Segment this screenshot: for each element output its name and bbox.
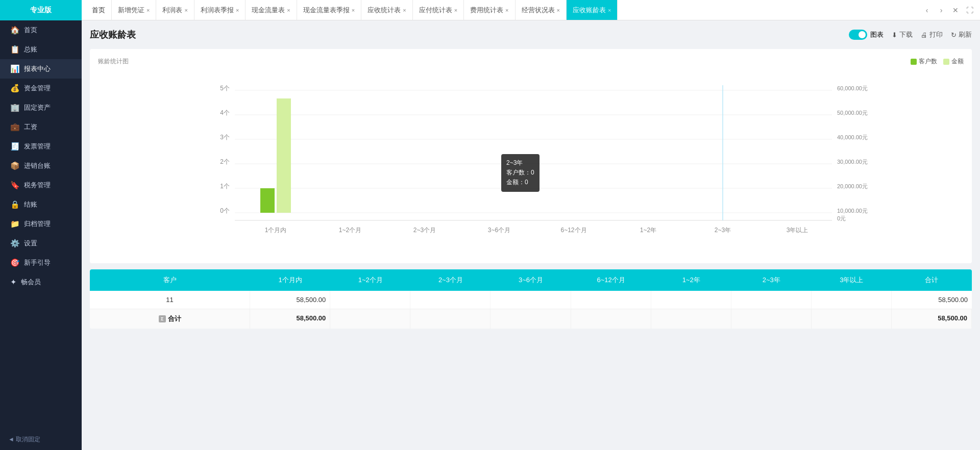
col-m3: 2~3个月 (410, 269, 491, 291)
tab-close-aging[interactable]: × (608, 7, 611, 13)
svg-text:0元: 0元 (837, 215, 846, 221)
sidebar-item-tax[interactable]: 🔖 税务管理 (0, 176, 82, 195)
row-m2 (330, 291, 410, 309)
sidebar-item-ledger[interactable]: 📋 总账 (0, 40, 82, 59)
svg-text:2~3年: 2~3年 (715, 227, 731, 234)
sidebar-item-reports[interactable]: 📊 报表中心 (0, 59, 82, 79)
tab-close-receivable-stat[interactable]: × (403, 7, 406, 13)
row-m6 (651, 291, 731, 309)
svg-text:30,000.00元: 30,000.00元 (837, 159, 868, 165)
svg-text:50,000.00元: 50,000.00元 (837, 110, 868, 116)
tab-profit-quarter[interactable]: 利润表季报 × (194, 0, 246, 20)
row-customer: 11 (90, 291, 250, 309)
chart-svg-wrapper: 5个 4个 3个 2个 1个 0个 60,000.00元 50,000.00元 … (98, 70, 964, 255)
tab-close-all[interactable]: ✕ (949, 4, 962, 16)
sidebar-item-member[interactable]: ✦ 畅会员 (0, 272, 82, 292)
sidebar-item-home[interactable]: 🏠 首页 (0, 20, 82, 40)
total-m2 (330, 309, 410, 329)
row-m1: 58,500.00 (250, 291, 330, 309)
legend-customer-dot (911, 59, 917, 65)
tab-close-voucher[interactable]: × (146, 7, 150, 13)
svg-text:60,000.00元: 60,000.00元 (837, 85, 868, 91)
print-btn[interactable]: 🖨 打印 (921, 30, 943, 39)
total-grand: 58,500.00 (892, 309, 972, 329)
tab-home[interactable]: 首页 (86, 0, 112, 20)
assets-icon: 🏢 (10, 103, 20, 112)
sidebar-item-invoice[interactable]: 🧾 发票管理 (0, 137, 82, 156)
total-m6 (651, 309, 731, 329)
tab-close-expense-stat[interactable]: × (505, 7, 508, 13)
sidebar-item-archive[interactable]: 📁 归档管理 (0, 214, 82, 234)
table-header: 客户 1个月内 1~2个月 2~3个月 3~6个月 6~12个月 1~2年 2~… (90, 269, 972, 291)
member-icon: ✦ (10, 278, 17, 287)
tab-expense-stat[interactable]: 费用统计表 × (464, 0, 515, 20)
page-title: 应收账龄表 (90, 29, 136, 41)
svg-text:2~3个月: 2~3个月 (413, 227, 436, 234)
bar-amount-m1 (277, 98, 291, 213)
print-icon: 🖨 (921, 31, 927, 39)
total-m1: 58,500.00 (250, 309, 330, 329)
svg-text:3个: 3个 (220, 134, 230, 141)
total-m4 (491, 309, 571, 329)
table-total-row: Σ 合计 58,500.00 58,500.00 (90, 309, 972, 329)
download-btn[interactable]: ⬇ 下载 (892, 30, 913, 39)
sidebar-item-settings[interactable]: ⚙️ 设置 (0, 234, 82, 253)
sidebar-item-salary[interactable]: 💼 工资 (0, 117, 82, 137)
tab-payable-stat[interactable]: 应付统计表 × (413, 0, 464, 20)
tab-maximize[interactable]: ⛶ (964, 4, 976, 16)
col-m8: 3年以上 (812, 269, 892, 291)
tab-close-cashflow-quarter[interactable]: × (352, 7, 355, 13)
sidebar-item-guide[interactable]: 🎯 新手引导 (0, 253, 82, 272)
col-total: 合计 (892, 269, 972, 291)
sidebar-item-funds[interactable]: 💰 资金管理 (0, 79, 82, 98)
salary-icon: 💼 (10, 122, 20, 132)
col-m2: 1~2个月 (330, 269, 410, 291)
svg-text:2个: 2个 (220, 158, 230, 165)
tab-close-profit[interactable]: × (184, 7, 187, 13)
funds-icon: 💰 (10, 84, 20, 93)
tab-profit[interactable]: 利润表 × (156, 0, 194, 20)
tab-receivable-stat[interactable]: 应收统计表 × (361, 0, 412, 20)
refresh-btn[interactable]: ↻ 刷新 (951, 30, 972, 39)
svg-text:1个: 1个 (220, 183, 230, 190)
tax-icon: 🔖 (10, 181, 20, 190)
home-icon: 🏠 (10, 26, 20, 35)
tab-cashflow-quarter[interactable]: 现金流量表季报 × (297, 0, 361, 20)
tab-close-profit-quarter[interactable]: × (236, 7, 239, 13)
tab-operation[interactable]: 经营状况表 × (516, 0, 567, 20)
sidebar-item-assets[interactable]: 🏢 固定资产 (0, 98, 82, 117)
svg-text:40,000.00元: 40,000.00元 (837, 134, 868, 140)
tab-nav-buttons: ‹ › ✕ ⛶ (921, 4, 976, 16)
row-m8 (812, 291, 892, 309)
total-m8 (812, 309, 892, 329)
total-icon: Σ (159, 315, 166, 322)
col-m1: 1个月内 (250, 269, 330, 291)
reports-icon: 📊 (10, 64, 20, 73)
unpin-sidebar[interactable]: ◄ 取消固定 (0, 429, 82, 450)
refresh-icon: ↻ (951, 31, 957, 39)
legend-customer: 客户数 (911, 57, 937, 66)
invoice-icon: 🧾 (10, 142, 20, 151)
sidebar-item-close[interactable]: 🔒 结账 (0, 195, 82, 214)
svg-text:3~6个月: 3~6个月 (488, 227, 510, 234)
svg-text:10,000.00元: 10,000.00元 (837, 208, 868, 214)
tab-close-cashflow[interactable]: × (287, 7, 290, 13)
tab-voucher[interactable]: 新增凭证 × (112, 0, 156, 20)
total-label-text: 合计 (168, 314, 181, 323)
tab-close-operation[interactable]: × (557, 7, 560, 13)
sidebar-item-sales[interactable]: 📦 进销台账 (0, 156, 82, 176)
svg-text:20,000.00元: 20,000.00元 (837, 183, 868, 189)
chart-toggle[interactable]: 图表 (849, 30, 884, 40)
tab-aging[interactable]: 应收账龄表 × (567, 0, 618, 20)
col-m7: 2~3年 (731, 269, 812, 291)
tab-scroll-left[interactable]: ‹ (921, 4, 933, 16)
svg-text:0个: 0个 (220, 207, 230, 214)
chart-container: 账龄统计图 客户数 金额 5个 4个 3个 2个 1个 (90, 49, 972, 263)
svg-text:6~12个月: 6~12个月 (560, 227, 586, 234)
svg-text:4个: 4个 (220, 109, 230, 116)
toggle-switch-btn[interactable] (849, 30, 867, 40)
tab-scroll-right[interactable]: › (935, 4, 947, 16)
toggle-label: 图表 (870, 30, 884, 39)
tab-close-payable-stat[interactable]: × (454, 7, 457, 13)
tab-cashflow[interactable]: 现金流量表 × (246, 0, 297, 20)
